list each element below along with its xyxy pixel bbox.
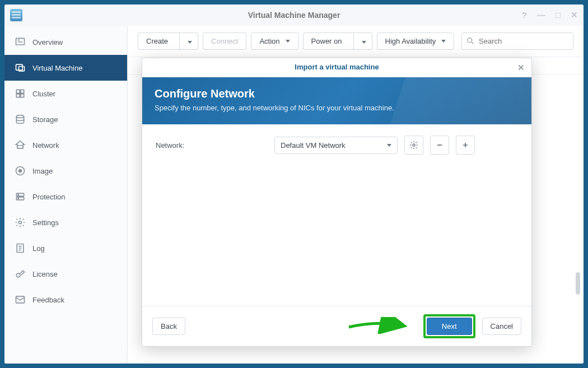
sidebar-item-network[interactable]: Network (4, 132, 127, 158)
import-vm-dialog: Import a virtual machine ✕ Configure Net… (142, 58, 532, 347)
sidebar-item-label: Settings (32, 218, 59, 227)
sidebar-item-label: Virtual Machine (32, 64, 82, 72)
help-icon[interactable]: ? (522, 4, 527, 26)
network-settings-button[interactable] (404, 136, 423, 155)
svg-rect-5 (16, 94, 20, 97)
sidebar-item-label: Overview (32, 38, 63, 46)
app-icon (10, 9, 22, 21)
minimize-icon[interactable]: — (537, 4, 545, 26)
action-button[interactable]: Action (251, 32, 298, 50)
sidebar-item-virtual-machine[interactable]: Virtual Machine (4, 55, 127, 81)
log-icon (15, 243, 26, 254)
dialog-footer: Back Next Cancel (142, 306, 531, 346)
svg-point-16 (16, 273, 20, 277)
search-icon (466, 36, 475, 45)
dialog-heading: Configure Network (155, 87, 519, 100)
svg-point-14 (19, 221, 22, 224)
back-button[interactable]: Back (152, 318, 185, 335)
ha-label: High Availability (385, 37, 436, 45)
svg-point-12 (18, 194, 19, 195)
sidebar-item-feedback[interactable]: Feedback (4, 287, 127, 313)
sidebar-item-overview[interactable]: Overview (4, 29, 127, 55)
vertical-scrollbar[interactable] (576, 272, 580, 295)
create-button-label: Create (138, 33, 176, 49)
dialog-hero: Configure Network Specify the number, ty… (142, 77, 531, 124)
power-on-label: Power on (304, 33, 350, 49)
action-button-label: Action (259, 37, 279, 45)
app-window: Virtual Machine Manager ? — □ ✕ Overview… (4, 4, 584, 364)
sidebar-item-storage[interactable]: Storage (4, 106, 127, 132)
sidebar-item-label: Storage (32, 115, 58, 124)
sidebar-item-label: Cluster (32, 90, 55, 98)
next-button-highlight: Next (423, 314, 475, 338)
network-field-row: Network: Default VM Network (156, 136, 518, 155)
app-title: Virtual Machine Manager (248, 11, 340, 20)
close-icon[interactable]: ✕ (571, 4, 578, 26)
create-dropdown-icon[interactable] (179, 33, 198, 49)
overview-icon (15, 36, 26, 48)
toolbar: Create Connect Action Power on High Avai… (128, 26, 584, 57)
network-remove-button[interactable] (430, 136, 449, 155)
sidebar-item-label: Feedback (32, 296, 64, 304)
next-button[interactable]: Next (427, 318, 472, 335)
sidebar-item-log[interactable]: Log (4, 235, 127, 261)
svg-point-18 (468, 38, 472, 43)
sidebar-item-image[interactable]: Image (4, 158, 127, 184)
svg-point-13 (18, 198, 19, 199)
sidebar-item-label: License (32, 270, 58, 278)
svg-rect-4 (21, 90, 24, 93)
sidebar-item-label: Log (32, 244, 45, 253)
network-add-button[interactable] (456, 136, 475, 155)
cancel-button[interactable]: Cancel (482, 318, 521, 335)
create-button[interactable]: Create (138, 32, 198, 50)
sidebar-item-license[interactable]: License (4, 261, 127, 287)
svg-point-19 (413, 144, 415, 146)
chevron-down-icon (387, 144, 391, 147)
svg-rect-3 (16, 90, 20, 93)
feedback-icon (15, 294, 26, 305)
dialog-subheading: Specify the number, type, and networking… (155, 104, 519, 112)
storage-icon (15, 114, 26, 125)
chevron-down-icon (286, 40, 290, 43)
network-label: Network: (156, 141, 268, 150)
svg-point-9 (19, 170, 22, 173)
search-input[interactable] (461, 32, 573, 50)
sidebar: Overview Virtual Machine Cluster Storage… (4, 26, 128, 364)
svg-rect-1 (16, 64, 23, 70)
high-availability-button[interactable]: High Availability (377, 32, 455, 50)
power-on-button[interactable]: Power on (303, 32, 372, 50)
svg-point-7 (16, 115, 24, 118)
connect-button[interactable]: Connect (203, 32, 246, 50)
cluster-icon (15, 88, 26, 99)
network-icon (15, 139, 26, 151)
power-on-dropdown-icon[interactable] (353, 33, 372, 49)
license-icon (15, 268, 26, 280)
dialog-title: Import a virtual machine ✕ (142, 58, 531, 77)
vm-icon (15, 62, 26, 73)
chevron-down-icon (441, 40, 446, 43)
sidebar-item-settings[interactable]: Settings (4, 209, 127, 235)
network-select[interactable]: Default VM Network (274, 137, 398, 154)
dialog-close-icon[interactable]: ✕ (517, 63, 525, 73)
sidebar-item-protection[interactable]: Protection (4, 184, 127, 209)
maximize-icon[interactable]: □ (556, 4, 561, 26)
sidebar-item-label: Image (32, 167, 53, 175)
settings-icon (15, 217, 26, 228)
svg-rect-6 (21, 94, 24, 97)
titlebar: Virtual Machine Manager ? — □ ✕ (4, 4, 584, 26)
sidebar-item-label: Protection (32, 193, 66, 201)
sidebar-item-cluster[interactable]: Cluster (4, 81, 127, 106)
sidebar-item-label: Network (32, 141, 59, 150)
image-icon (15, 165, 26, 176)
protection-icon (15, 191, 26, 202)
network-select-value: Default VM Network (281, 141, 346, 150)
